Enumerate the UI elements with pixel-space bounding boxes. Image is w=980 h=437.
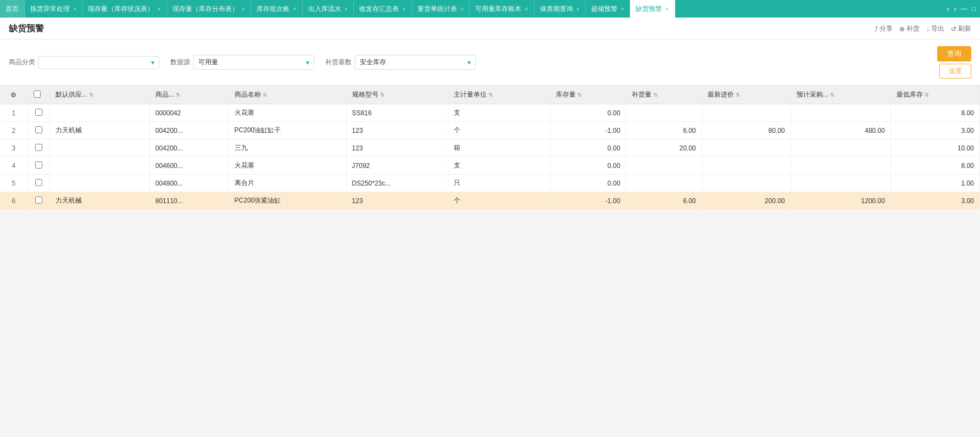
tab-close-icon[interactable]: × bbox=[665, 5, 669, 12]
tab-item-abnormal[interactable]: 拣货异常处理× bbox=[25, 0, 82, 18]
tab-prev-button[interactable]: ‹ bbox=[944, 4, 951, 13]
tab-item-overstock[interactable]: 超储预警× bbox=[586, 0, 630, 18]
row-checkbox[interactable] bbox=[35, 197, 42, 204]
row-checkbox[interactable] bbox=[35, 109, 42, 116]
col-label-replenish_qty: 补货量 bbox=[632, 91, 652, 98]
row-checkbox-cell bbox=[27, 104, 49, 122]
col-header-latest_price[interactable]: 最新进价⇅ bbox=[701, 86, 790, 104]
replenish-button[interactable]: ⊕ 补货 bbox=[899, 24, 920, 33]
sort-icon-stock[interactable]: ⇅ bbox=[577, 92, 582, 98]
tab-close-icon[interactable]: × bbox=[402, 5, 405, 12]
datasource-select-value: 可用量 bbox=[198, 58, 218, 67]
col-header-unit[interactable]: 主计量单位⇅ bbox=[448, 86, 550, 104]
cell-unit: 个 bbox=[448, 192, 550, 210]
tab-item-shortage[interactable]: 缺货预警× bbox=[630, 0, 675, 18]
window-minimize-button[interactable]: — bbox=[959, 5, 970, 13]
tab-item-home[interactable]: 首页 bbox=[0, 0, 25, 18]
sort-icon-product_code[interactable]: ⇅ bbox=[176, 92, 180, 98]
cell-spec: SS816 bbox=[346, 104, 448, 122]
cell-spec: 123 bbox=[346, 192, 448, 210]
tab-close-icon[interactable]: × bbox=[157, 5, 160, 12]
row-checkbox[interactable] bbox=[35, 179, 42, 186]
tab-item-batch-account[interactable]: 库存批次账× bbox=[251, 0, 302, 18]
tab-item-expiry-query[interactable]: 保质期查询× bbox=[534, 0, 586, 18]
sort-icon-min_stock[interactable]: ⇅ bbox=[925, 92, 929, 98]
datasource-filter-group: 数据源 可用量 ▾ bbox=[170, 55, 314, 70]
cell-est_purchase bbox=[790, 139, 890, 157]
cell-spec: J7092 bbox=[346, 157, 448, 175]
tab-label: 保质期查询 bbox=[540, 4, 573, 14]
export-button[interactable]: ↓ 导出 bbox=[926, 24, 944, 33]
tab-close-icon[interactable]: × bbox=[73, 5, 76, 12]
col-header-replenish_qty[interactable]: 补货量⇅ bbox=[626, 86, 702, 104]
row-checkbox[interactable] bbox=[35, 144, 42, 151]
tab-item-inout-flow[interactable]: 出入库流水× bbox=[303, 0, 354, 18]
col-header-spec[interactable]: 规格型号⇅ bbox=[346, 86, 448, 104]
cell-est_purchase bbox=[790, 175, 890, 192]
tab-close-icon[interactable]: × bbox=[242, 5, 245, 12]
sort-icon-unit[interactable]: ⇅ bbox=[488, 92, 493, 98]
tab-item-stock-dist[interactable]: 现存量（库存分布表）× bbox=[167, 0, 251, 18]
cell-supplier bbox=[49, 104, 149, 122]
cell-stock: 0.00 bbox=[550, 175, 626, 192]
cell-stock: 0.00 bbox=[550, 157, 626, 175]
tab-item-available-ledger[interactable]: 可用量库存账本× bbox=[470, 0, 534, 18]
tab-label: 首页 bbox=[5, 4, 19, 14]
col-header-checkbox bbox=[27, 86, 49, 104]
sort-icon-est_purchase[interactable]: ⇅ bbox=[830, 92, 834, 98]
cell-stock: 0.00 bbox=[550, 104, 626, 122]
tab-close-icon[interactable]: × bbox=[621, 5, 624, 12]
tab-close-icon[interactable]: × bbox=[293, 5, 296, 12]
share-icon: ⤴ bbox=[875, 25, 878, 33]
tab-label: 超储预警 bbox=[591, 4, 617, 14]
query-button[interactable]: 查询 bbox=[937, 46, 971, 61]
refresh-button[interactable]: ↺ 刷新 bbox=[951, 24, 971, 33]
sort-icon-spec[interactable]: ⇅ bbox=[380, 92, 385, 98]
datasource-select[interactable]: 可用量 ▾ bbox=[193, 55, 314, 70]
cell-replenish_qty: 20.00 bbox=[626, 139, 702, 157]
col-header-stock[interactable]: 库存量⇅ bbox=[550, 86, 626, 104]
tab-nav-buttons: ‹ › — □ bbox=[942, 4, 980, 13]
sort-icon-supplier[interactable]: ⇅ bbox=[89, 92, 93, 98]
window-maximize-button[interactable]: □ bbox=[970, 5, 978, 13]
tab-bar: 首页拣货异常处理×现存量（库存状况表）×现存量（库存分布表）×库存批次账×出入库… bbox=[0, 0, 980, 18]
category-chevron-down-icon: ▾ bbox=[151, 59, 154, 66]
select-all-checkbox[interactable] bbox=[34, 91, 41, 98]
table-row: 6力天机械801110...PC200张紧油缸123个-1.006.00200.… bbox=[0, 192, 980, 210]
gear-settings-icon[interactable]: ⚙ bbox=[10, 91, 16, 99]
row-checkbox-cell bbox=[27, 122, 49, 139]
cell-latest_price bbox=[701, 139, 790, 157]
category-select[interactable]: ▾ bbox=[38, 56, 159, 69]
settings-button[interactable]: 设置 bbox=[939, 64, 971, 79]
data-table: ⚙默认供应...⇅商品...⇅商品名称⇅规格型号⇅主计量单位⇅库存量⇅补货量⇅最… bbox=[0, 85, 980, 210]
col-label-min_stock: 最低库存 bbox=[897, 91, 923, 98]
col-header-product_name[interactable]: 商品名称⇅ bbox=[229, 86, 346, 104]
sort-icon-latest_price[interactable]: ⇅ bbox=[736, 92, 740, 98]
tab-item-order-stat[interactable]: 要货单统计表× bbox=[412, 0, 470, 18]
tab-item-recv-summary[interactable]: 收发存汇总表× bbox=[354, 0, 411, 18]
sort-icon-product_name[interactable]: ⇅ bbox=[263, 92, 267, 98]
tab-close-icon[interactable]: × bbox=[344, 5, 348, 12]
row-num: 4 bbox=[0, 157, 27, 175]
col-header-product_code[interactable]: 商品...⇅ bbox=[149, 86, 229, 104]
col-header-min_stock[interactable]: 最低库存⇅ bbox=[890, 86, 979, 104]
tab-label: 可用量库存账本 bbox=[475, 4, 521, 14]
table-row: 2力天机械004200...PC200油缸缸子123个-1.006.0080.0… bbox=[0, 122, 980, 139]
table-row: 3004200...三九123箱0.0020.0010.00 bbox=[0, 139, 980, 157]
tab-next-button[interactable]: › bbox=[951, 4, 959, 13]
row-checkbox[interactable] bbox=[35, 126, 42, 133]
cell-stock: 0.00 bbox=[550, 139, 626, 157]
share-button[interactable]: ⤴ 分享 bbox=[875, 24, 893, 33]
col-header-est_purchase[interactable]: 预计采购...⇅ bbox=[790, 86, 890, 104]
sort-icon-replenish_qty[interactable]: ⇅ bbox=[653, 92, 658, 98]
cell-product_code: 004200... bbox=[149, 139, 229, 157]
tab-close-icon[interactable]: × bbox=[525, 5, 528, 12]
replenish-base-select[interactable]: 安全库存 ▾ bbox=[355, 55, 476, 70]
col-header-supplier[interactable]: 默认供应...⇅ bbox=[49, 86, 149, 104]
cell-est_purchase bbox=[790, 104, 890, 122]
tab-close-icon[interactable]: × bbox=[576, 5, 580, 12]
tab-item-stock-status[interactable]: 现存量（库存状况表）× bbox=[82, 0, 166, 18]
cell-latest_price bbox=[701, 157, 790, 175]
tab-close-icon[interactable]: × bbox=[460, 5, 464, 12]
row-checkbox[interactable] bbox=[35, 161, 42, 169]
